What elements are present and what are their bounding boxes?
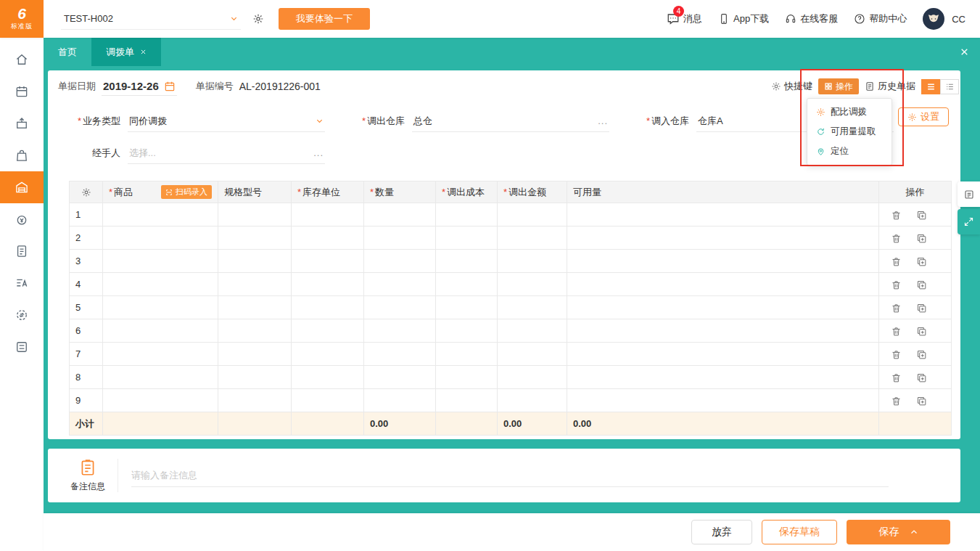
history-button[interactable]: 历史单据: [865, 80, 915, 93]
cell-cost[interactable]: [436, 226, 498, 250]
sidebar-item-inventory[interactable]: [0, 171, 44, 203]
cell-amount[interactable]: [498, 250, 567, 273]
sidebar-item-purchase[interactable]: [0, 139, 44, 171]
cell-unit[interactable]: [292, 203, 364, 226]
app-download-button[interactable]: App下载: [718, 12, 769, 25]
cell-amount[interactable]: [498, 319, 567, 343]
delete-row-icon[interactable]: [891, 396, 902, 407]
cell-amount[interactable]: [498, 226, 567, 250]
cell-amount[interactable]: [498, 389, 567, 412]
cell-quantity[interactable]: [364, 366, 436, 389]
cell-quantity[interactable]: [364, 343, 436, 366]
cell-product[interactable]: [103, 273, 218, 296]
delete-row-icon[interactable]: [891, 279, 902, 290]
tab-transfer-order[interactable]: 调拨单: [91, 38, 161, 66]
delete-row-icon[interactable]: [891, 349, 902, 360]
cell-quantity[interactable]: [364, 389, 436, 412]
cell-cost[interactable]: [436, 319, 498, 343]
cell-cost[interactable]: [436, 343, 498, 366]
settings-button[interactable]: 设置: [898, 107, 949, 126]
account-settings-gear-icon[interactable]: [252, 13, 264, 25]
cell-cost[interactable]: [436, 250, 498, 273]
cell-cost[interactable]: [436, 366, 498, 389]
cell-unit[interactable]: [292, 226, 364, 250]
sidebar-item-home[interactable]: [0, 44, 44, 75]
notes-float-button[interactable]: [958, 181, 980, 207]
action-button[interactable]: 操作: [818, 78, 859, 94]
cell-amount[interactable]: [498, 343, 567, 366]
sidebar-item-new[interactable]: [0, 331, 44, 363]
sidebar-item-funds[interactable]: [0, 203, 44, 235]
cell-product[interactable]: [103, 389, 218, 412]
column-settings-gear-icon[interactable]: [75, 187, 96, 197]
remark-input[interactable]: [131, 464, 889, 487]
sidebar-item-sync[interactable]: [0, 299, 44, 331]
sidebar-item-reports[interactable]: [0, 267, 44, 299]
cell-amount[interactable]: [498, 203, 567, 226]
cell-amount[interactable]: [498, 366, 567, 389]
business-type-select[interactable]: 同价调拨: [128, 111, 325, 132]
messages-button[interactable]: 4 消息: [667, 12, 702, 25]
delete-row-icon[interactable]: [891, 233, 902, 244]
insert-row-icon[interactable]: [916, 349, 927, 360]
cell-product[interactable]: [103, 250, 218, 273]
avatar[interactable]: [923, 8, 944, 30]
scan-entry-button[interactable]: 扫码录入: [161, 185, 212, 199]
detail-view-toggle[interactable]: [940, 79, 959, 94]
cell-quantity[interactable]: [364, 319, 436, 343]
menu-item-available-extract[interactable]: 可用量提取: [807, 122, 892, 142]
cell-amount[interactable]: [498, 296, 567, 319]
cell-unit[interactable]: [292, 250, 364, 273]
help-center-button[interactable]: 帮助中心: [854, 12, 907, 25]
cell-cost[interactable]: [436, 389, 498, 412]
insert-row-icon[interactable]: [916, 396, 927, 407]
insert-row-icon[interactable]: [916, 303, 927, 314]
trial-button[interactable]: 我要体验一下: [279, 8, 370, 30]
delete-row-icon[interactable]: [891, 210, 902, 221]
delete-row-icon[interactable]: [891, 326, 902, 337]
sidebar-item-invoices[interactable]: [0, 235, 44, 267]
tab-home[interactable]: 首页: [44, 38, 91, 66]
close-all-tabs-icon[interactable]: [949, 38, 980, 66]
delete-row-icon[interactable]: [891, 256, 902, 267]
cell-cost[interactable]: [436, 273, 498, 296]
insert-row-icon[interactable]: [916, 326, 927, 337]
cell-product[interactable]: [103, 226, 218, 250]
insert-row-icon[interactable]: [916, 279, 927, 290]
cell-unit[interactable]: [292, 366, 364, 389]
cell-quantity[interactable]: [364, 296, 436, 319]
online-service-button[interactable]: 在线客服: [785, 12, 838, 25]
cell-cost[interactable]: [436, 203, 498, 226]
expand-float-button[interactable]: [958, 209, 980, 234]
save-draft-button[interactable]: 保存草稿: [762, 520, 837, 544]
list-view-toggle[interactable]: [921, 79, 940, 94]
cell-cost[interactable]: [436, 296, 498, 319]
menu-item-locate[interactable]: 定位: [807, 142, 892, 161]
cell-unit[interactable]: [292, 389, 364, 412]
cell-product[interactable]: [103, 203, 218, 226]
delete-row-icon[interactable]: [891, 372, 902, 383]
account-selector[interactable]: TEST-H002: [61, 8, 241, 30]
discard-button[interactable]: 放弃: [691, 520, 752, 544]
cell-product[interactable]: [103, 366, 218, 389]
date-field[interactable]: 2019-12-26: [102, 77, 177, 96]
cell-product[interactable]: [103, 319, 218, 343]
insert-row-icon[interactable]: [916, 233, 927, 244]
sidebar-item-schedule[interactable]: [0, 75, 44, 107]
cell-unit[interactable]: [292, 296, 364, 319]
tab-close-icon[interactable]: [140, 49, 147, 55]
cell-amount[interactable]: [498, 273, 567, 296]
delete-row-icon[interactable]: [891, 303, 902, 314]
cell-product[interactable]: [103, 343, 218, 366]
sidebar-item-delivery[interactable]: [0, 107, 44, 139]
cell-quantity[interactable]: [364, 226, 436, 250]
cell-unit[interactable]: [292, 319, 364, 343]
cell-product[interactable]: [103, 296, 218, 319]
cell-unit[interactable]: [292, 273, 364, 296]
save-button[interactable]: 保存: [847, 520, 950, 544]
insert-row-icon[interactable]: [916, 372, 927, 383]
handler-select[interactable]: 选择... ...: [128, 143, 325, 164]
menu-item-ratio-transfer[interactable]: 配比调拨: [807, 102, 892, 122]
insert-row-icon[interactable]: [916, 256, 927, 267]
out-warehouse-select[interactable]: 总仓 ...: [412, 111, 609, 132]
